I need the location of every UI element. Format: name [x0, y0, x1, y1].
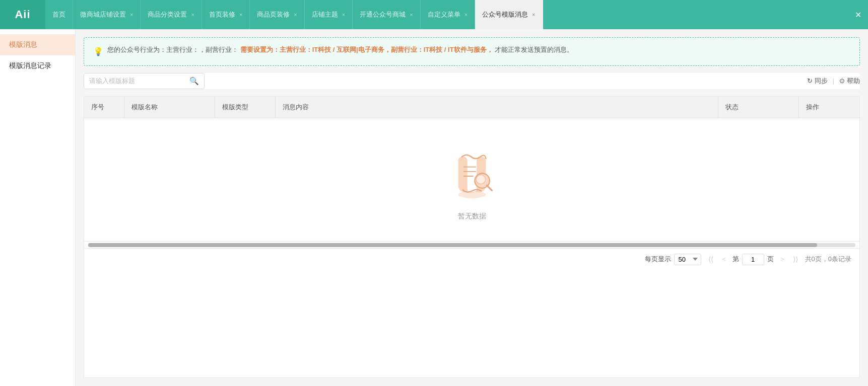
- table-column-type: 模版类型: [215, 97, 276, 118]
- empty-state: 暂无数据: [84, 118, 859, 241]
- lightbulb-icon: 💡: [93, 45, 103, 58]
- empty-text: 暂无数据: [458, 212, 486, 221]
- table-header: 序号模版名称模版类型消息内容状态操作: [84, 97, 859, 118]
- data-table: 序号模版名称模版类型消息内容状态操作: [84, 96, 860, 378]
- table-column-action: 操作: [799, 97, 859, 118]
- tab-custom-menu[interactable]: 自定义菜单×: [421, 0, 475, 29]
- svg-line-6: [487, 185, 492, 190]
- sidebar: 模版消息模版消息记录: [0, 29, 76, 386]
- notice-box: 💡 您的公众号行业为：主营行业：，副营行业： 需要设置为：主营行业：IT科技 /…: [84, 37, 860, 66]
- tab-close-open-mall[interactable]: ×: [410, 12, 413, 18]
- last-page-button[interactable]: ⟩⟩: [791, 254, 800, 264]
- page-number-input[interactable]: [742, 254, 764, 265]
- search-bar: 🔍 ↻ 同步 | ⊙ 帮助: [84, 73, 860, 89]
- tab-label-open-mall: 开通公众号商城: [360, 10, 406, 19]
- sidebar-item-template-message[interactable]: 模版消息: [0, 34, 75, 55]
- prev-page-button[interactable]: ＜: [718, 254, 729, 265]
- table-column-name: 模版名称: [124, 97, 215, 118]
- tab-template-msg[interactable]: 公众号模版消息×: [475, 0, 543, 29]
- total-info: 共0页，0条记录: [805, 255, 851, 264]
- tab-label-home: 首页: [52, 10, 65, 19]
- per-page-selector: 每页显示 102050100: [645, 254, 701, 265]
- toolbar-right: ↻ 同步 | ⊙ 帮助: [807, 76, 860, 86]
- scrollbar-thumb[interactable]: [88, 243, 817, 247]
- tab-home[interactable]: 首页: [45, 0, 73, 29]
- per-page-label: 每页显示: [645, 255, 671, 264]
- page-navigation: ⟨⟨ ＜ 第 页 ＞ ⟩⟩: [706, 254, 800, 265]
- sync-icon: ↻: [807, 77, 813, 85]
- next-page-button[interactable]: ＞: [777, 254, 788, 265]
- tab-label-template-msg: 公众号模版消息: [482, 10, 528, 19]
- tab-label-product-decor: 商品页装修: [257, 10, 290, 19]
- table-column-status: 状态: [718, 97, 799, 118]
- tab-product-category[interactable]: 商品分类设置×: [141, 0, 202, 29]
- tab-close-shop-theme[interactable]: ×: [342, 12, 345, 18]
- content-area: 💡 您的公众号行业为：主营行业：，副营行业： 需要设置为：主营行业：IT科技 /…: [76, 29, 868, 386]
- sync-button[interactable]: ↻ 同步: [807, 76, 828, 86]
- tab-close-home-decor[interactable]: ×: [239, 12, 242, 18]
- first-page-button[interactable]: ⟨⟨: [706, 254, 715, 264]
- nav-tabs: 首页微商城店铺设置×商品分类设置×首页装修×商品页装修×店铺主题×开通公众号商城…: [45, 0, 848, 29]
- horizontal-scrollbar[interactable]: [84, 241, 859, 248]
- help-button[interactable]: ⊙ 帮助: [839, 76, 860, 86]
- tab-close-template-msg[interactable]: ×: [532, 12, 535, 18]
- tab-close-product-decor[interactable]: ×: [294, 12, 297, 18]
- search-input[interactable]: [89, 77, 186, 85]
- help-icon: ⊙: [839, 77, 845, 85]
- tab-label-product-category: 商品分类设置: [148, 10, 187, 19]
- sidebar-item-template-message-record[interactable]: 模版消息记录: [0, 55, 75, 76]
- tab-close-product-category[interactable]: ×: [191, 12, 194, 18]
- tab-close-shop-settings[interactable]: ×: [130, 12, 133, 18]
- tab-product-decor[interactable]: 商品页装修×: [250, 0, 304, 29]
- table-column-index: 序号: [84, 97, 124, 118]
- global-close-button[interactable]: ✕: [848, 0, 868, 29]
- pagination: 每页显示 102050100 ⟨⟨ ＜ 第 页 ＞ ⟩⟩ 共0页，0条记录: [84, 248, 859, 270]
- tab-shop-theme[interactable]: 店铺主题×: [305, 0, 353, 29]
- top-nav: Aii 首页微商城店铺设置×商品分类设置×首页装修×商品页装修×店铺主题×开通公…: [0, 0, 868, 29]
- search-icon[interactable]: 🔍: [189, 76, 199, 86]
- tab-label-shop-theme: 店铺主题: [312, 10, 338, 19]
- page-label-after: 页: [767, 255, 774, 264]
- tab-home-decor[interactable]: 首页装修×: [202, 0, 250, 29]
- main-layout: 模版消息模版消息记录 💡 您的公众号行业为：主营行业：，副营行业： 需要设置为：…: [0, 29, 868, 386]
- tab-label-custom-menu: 自定义菜单: [428, 10, 460, 19]
- scrollbar-track[interactable]: [88, 243, 855, 247]
- tab-shop-settings[interactable]: 微商城店铺设置×: [73, 0, 141, 29]
- tab-label-shop-settings: 微商城店铺设置: [80, 10, 126, 19]
- per-page-select[interactable]: 102050100: [674, 254, 701, 265]
- app-logo: Aii: [0, 0, 45, 29]
- page-input-area: 第 页: [732, 254, 774, 265]
- tab-close-custom-menu[interactable]: ×: [464, 12, 468, 18]
- notice-text: 您的公众号行业为：主营行业：，副营行业： 需要设置为：主营行业：IT科技 / 互…: [107, 45, 573, 55]
- svg-point-0: [458, 191, 486, 198]
- tab-open-mall[interactable]: 开通公众号商城×: [353, 0, 420, 29]
- tab-label-home-decor: 首页装修: [209, 10, 235, 19]
- table-column-content: 消息内容: [276, 97, 718, 118]
- search-input-wrap[interactable]: 🔍: [84, 73, 205, 89]
- toolbar-divider: |: [833, 77, 834, 85]
- empty-illustration: [444, 148, 500, 204]
- page-label-before: 第: [732, 255, 739, 264]
